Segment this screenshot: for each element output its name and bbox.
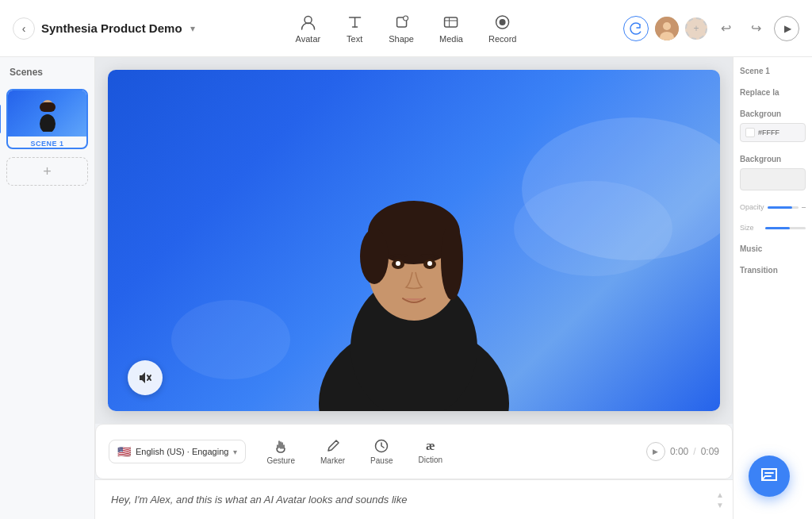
script-area: Hey, I'm Alex, and this is what an AI Av… (95, 479, 733, 519)
transition-label: Transition (740, 266, 806, 275)
current-time: 0:00 (670, 446, 688, 457)
size-slider[interactable] (765, 227, 806, 229)
script-fade (630, 480, 709, 519)
bg-color-label: Backgroun (740, 110, 806, 118)
nav-left: ‹ Synthesia Product Demo ▾ (13, 17, 195, 40)
mute-button[interactable] (128, 360, 163, 395)
music-label: Music (740, 244, 806, 253)
marker-label: Marker (320, 456, 345, 465)
svg-point-0 (304, 16, 312, 23)
size-label: Size (740, 224, 762, 232)
toolbar-text[interactable]: Text (335, 9, 374, 48)
preview-play-button[interactable]: ▶ (774, 16, 799, 41)
scene-1-item[interactable]: SCENE 1 (6, 89, 88, 149)
bg-color-picker[interactable]: #FFFF (740, 123, 806, 142)
bg-image-section: Backgroun (740, 155, 806, 190)
record-icon (494, 13, 511, 31)
main-body: Scenes SCENE 1 + (0, 57, 812, 519)
svg-point-2 (403, 16, 408, 21)
bg-color-value: #FFFF (758, 129, 779, 136)
total-time: 0:09 (701, 446, 719, 457)
right-panel: Scene 1 Replace la Backgroun #FFFF Backg… (733, 57, 812, 519)
avatar-label: Avatar (296, 34, 321, 44)
svg-point-17 (360, 229, 389, 284)
pause-icon (373, 438, 389, 454)
project-title: Synthesia Product Demo (41, 21, 182, 35)
svg-rect-3 (445, 17, 458, 27)
svg-point-10 (40, 114, 56, 132)
opacity-row: Opacity – (740, 203, 806, 211)
media-icon (442, 13, 460, 31)
time-display: ▶ 0:00 / 0:09 (646, 442, 719, 461)
text-label: Text (347, 34, 362, 44)
scene-item-wrapper: SCENE 1 (6, 89, 88, 149)
opacity-section: Opacity – (740, 203, 806, 211)
color-dot (745, 128, 755, 137)
chat-fab-button[interactable] (749, 456, 790, 497)
svg-rect-11 (40, 102, 56, 112)
music-section: Music (740, 244, 806, 253)
pause-tool[interactable]: Pause (359, 433, 404, 470)
svg-point-18 (441, 221, 463, 300)
scroll-down-icon[interactable]: ▼ (716, 501, 724, 509)
script-text[interactable]: Hey, I'm Alex, and this is what an AI Av… (111, 494, 407, 506)
transition-section: Transition (740, 266, 806, 275)
sync-button[interactable] (623, 16, 649, 41)
language-selector[interactable]: 🇺🇸 English (US) · Engaging ▾ (109, 440, 246, 463)
center-toolbar: Avatar Text Shape Media (285, 9, 528, 48)
flag-icon: 🇺🇸 (117, 445, 131, 458)
back-button[interactable]: ‹ (13, 17, 35, 40)
center-area: 🇺🇸 English (US) · Engaging ▾ Gesture Mar… (95, 57, 733, 519)
scene-1-thumbnail (8, 90, 86, 136)
language-label: English (US) · Engaging (136, 447, 228, 456)
active-scene-indicator (0, 105, 1, 133)
scene-1-label: SCENE 1 (8, 140, 86, 148)
pause-label: Pause (370, 456, 393, 465)
script-scroll: ▲ ▼ (714, 480, 726, 519)
language-dropdown-icon: ▾ (233, 448, 237, 456)
canvas-area (95, 57, 733, 424)
bg-color-section: Backgroun #FFFF (740, 110, 806, 142)
redo-button[interactable]: ↪ (744, 17, 768, 40)
nav-right: + ↩ ↪ ▶ (623, 16, 799, 41)
toolbar-avatar[interactable]: Avatar (285, 9, 332, 48)
play-icon: ▶ (784, 23, 791, 34)
replace-label: Replace la (740, 88, 806, 97)
diction-icon: æ (426, 439, 435, 453)
undo-button[interactable]: ↩ (714, 17, 737, 40)
toolbar-media[interactable]: Media (428, 9, 474, 48)
opacity-label: Opacity (740, 203, 764, 211)
record-label: Record (488, 34, 516, 44)
add-scene-button[interactable]: + (6, 157, 88, 186)
bg-shape-3 (171, 300, 290, 379)
play-small-button[interactable]: ▶ (646, 442, 665, 461)
marker-tool[interactable]: Marker (309, 433, 356, 470)
toolbar-record[interactable]: Record (477, 9, 527, 48)
scroll-up-icon[interactable]: ▲ (716, 490, 724, 499)
title-dropdown-icon[interactable]: ▾ (190, 23, 195, 34)
scene-name-section: Scene 1 (740, 67, 806, 75)
collaborator-avatar[interactable]: + (685, 17, 707, 40)
media-label: Media (439, 34, 463, 44)
toolbar-shape[interactable]: Shape (377, 9, 425, 48)
mute-icon (137, 370, 153, 386)
replace-section: Replace la (740, 88, 806, 97)
size-section: Size (740, 224, 806, 232)
bg-image-picker[interactable] (740, 168, 806, 190)
scenes-title: Scenes (6, 67, 88, 78)
shape-label: Shape (389, 34, 414, 44)
size-row: Size (740, 224, 806, 232)
user-avatar[interactable] (655, 17, 679, 40)
gesture-icon (273, 438, 289, 454)
bg-image-label: Backgroun (740, 155, 806, 163)
top-nav: ‹ Synthesia Product Demo ▾ Avatar Text (0, 0, 812, 57)
opacity-slider[interactable] (768, 206, 799, 209)
scene-name-label: Scene 1 (740, 67, 806, 75)
bottom-toolbar: 🇺🇸 English (US) · Engaging ▾ Gesture Mar… (95, 424, 733, 479)
svg-point-7 (663, 22, 671, 30)
gesture-tool[interactable]: Gesture (255, 433, 306, 470)
chat-fab-icon (759, 466, 779, 486)
diction-tool[interactable]: æ Diction (407, 434, 454, 469)
video-canvas[interactable] (108, 70, 720, 411)
marker-icon (325, 438, 341, 454)
